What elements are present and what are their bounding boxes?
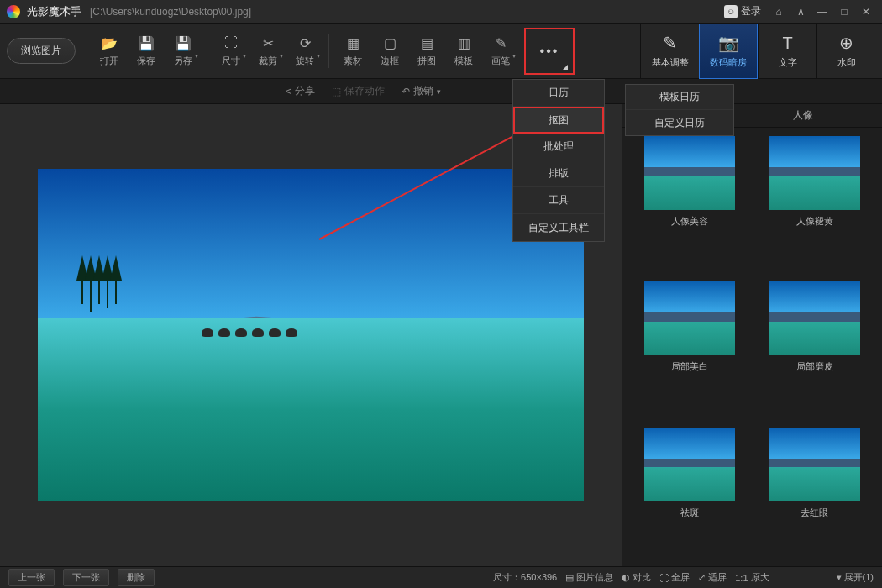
original-icon: 1:1 (735, 573, 748, 583)
text-icon: T (782, 34, 792, 53)
template-button[interactable]: ▥模板 (445, 28, 482, 75)
brush-icon: ✎ (492, 34, 509, 51)
fit-button[interactable]: ⤢适屏 (698, 571, 727, 584)
more-icon: ••• (540, 44, 559, 59)
dropdown-item-batch[interactable]: 批处理 (513, 134, 604, 160)
dropdown-item-cutout[interactable]: 抠图 (513, 107, 604, 134)
thumb-item[interactable]: 祛斑 (638, 428, 743, 558)
frame-icon: ▢ (381, 34, 398, 51)
record-icon: ⬚ (332, 86, 341, 97)
camera-icon: 📷 (718, 33, 739, 53)
browse-button[interactable]: 浏览图片 (7, 38, 76, 64)
dropdown-item-layout[interactable]: 排版 (513, 160, 604, 187)
crop-icon: ✂ (260, 34, 276, 51)
rp-tab-portrait[interactable]: 人像 (723, 104, 882, 127)
modetab-text[interactable]: T文字 (758, 24, 816, 79)
more-tools-dropdown: 日历 抠图 批处理 排版 工具 自定义工具栏 (512, 79, 605, 242)
template-icon: ▥ (455, 34, 472, 51)
maximize-button[interactable]: □ (835, 4, 853, 19)
thumb-item[interactable]: 局部美白 (638, 281, 743, 412)
effect-thumbnails: 人像美容 人像褪黄 局部美白 局部磨皮 祛斑 去红眼 (622, 128, 882, 566)
collage-button[interactable]: ▤拼图 (408, 28, 445, 75)
thumb-item[interactable]: 人像美容 (638, 136, 743, 266)
login-button[interactable]: ☺ 登录 (719, 3, 766, 20)
folder-icon: 📂 (101, 34, 118, 51)
user-icon: ☺ (724, 5, 738, 18)
dropdown-item-customize[interactable]: 自定义工具栏 (513, 214, 604, 241)
submenu-custom-calendar[interactable]: 自定义日历 (626, 110, 733, 135)
bottom-bar: 上一张 下一张 删除 尺寸：650×396 ▤图片信息 ◐对比 ⛶全屏 ⤢适屏 … (0, 566, 882, 588)
content-area: 胶片 人像 人像美容 人像褪黄 局部美白 局部磨皮 祛斑 去红眼 (0, 104, 882, 566)
size-button[interactable]: ⛶尺寸▾ (213, 28, 249, 75)
dropdown-item-tools[interactable]: 工具 (513, 187, 604, 214)
compare-icon: ◐ (622, 572, 630, 583)
canvas-image[interactable] (38, 169, 584, 501)
modetab-watermark[interactable]: ⊕水印 (816, 24, 875, 79)
rotate-button[interactable]: ⟳旋转▾ (286, 28, 323, 75)
delete-button[interactable]: 删除 (118, 569, 155, 586)
save-icon: 💾 (138, 34, 155, 51)
rotate-icon: ⟳ (297, 34, 313, 51)
pin-button[interactable]: ⊼ (791, 4, 810, 19)
minimize-button[interactable]: — (813, 4, 832, 19)
size-label: 尺寸：650×396 (493, 571, 557, 584)
fit-icon: ⤢ (698, 572, 706, 583)
main-toolbar: 浏览图片 📂打开 💾保存 💾另存▾ ⛶尺寸▾ ✂裁剪▾ ⟳旋转▾ ▦素材 ▢边框… (0, 24, 882, 79)
info-icon: ▤ (565, 572, 574, 583)
home-button[interactable]: ⌂ (769, 4, 788, 19)
more-tools-button[interactable]: ••• (524, 28, 575, 75)
fullscreen-icon: ⛶ (659, 573, 669, 583)
fullscreen-button[interactable]: ⛶全屏 (659, 571, 690, 584)
modetab-basic[interactable]: ✎基本调整 (640, 24, 699, 79)
mode-tabs: ✎基本调整 📷数码暗房 T文字 ⊕水印 (640, 24, 875, 79)
original-button[interactable]: 1:1原大 (735, 571, 769, 584)
collage-icon: ▤ (418, 34, 435, 51)
frame-button[interactable]: ▢边框 (371, 28, 408, 75)
app-logo-icon (7, 5, 20, 18)
watermark-icon: ⊕ (839, 33, 853, 53)
material-button[interactable]: ▦素材 (334, 28, 371, 75)
compare-button[interactable]: ◐对比 (622, 571, 651, 584)
login-label: 登录 (741, 4, 761, 18)
app-title: 光影魔术手 (27, 4, 81, 19)
undo-button[interactable]: ↶撤销▾ (402, 84, 441, 98)
material-icon: ▦ (344, 34, 361, 51)
share-icon: < (286, 86, 291, 97)
expand-icon: ▾ (837, 572, 842, 583)
title-bar: 光影魔术手 [C:\Users\kunduogz\Desktop\00.jpg]… (0, 0, 882, 24)
expand-button[interactable]: ▾展开(1) (837, 571, 874, 584)
thumb-item[interactable]: 局部磨皮 (763, 281, 868, 412)
adjust-icon: ✎ (663, 33, 677, 53)
crop-button[interactable]: ✂裁剪▾ (249, 28, 286, 75)
dropdown-corner-icon (563, 65, 568, 70)
sub-toolbar: <分享 ⬚保存动作 ↶撤销▾ (0, 79, 882, 104)
right-panel: 胶片 人像 人像美容 人像褪黄 局部美白 局部磨皮 祛斑 去红眼 (622, 104, 882, 566)
thumb-item[interactable]: 去红眼 (763, 428, 868, 558)
thumb-item[interactable]: 人像褪黄 (763, 136, 868, 266)
file-path: [C:\Users\kunduogz\Desktop\00.jpg] (90, 6, 251, 18)
close-button[interactable]: ✕ (857, 4, 875, 19)
share-button[interactable]: <分享 (286, 84, 315, 98)
brush-button[interactable]: ✎画笔▾ (482, 28, 519, 75)
save-button[interactable]: 💾保存 (128, 28, 165, 75)
saveas-icon: 💾 (175, 34, 192, 51)
info-button[interactable]: ▤图片信息 (565, 571, 613, 584)
open-button[interactable]: 📂打开 (91, 28, 128, 75)
next-button[interactable]: 下一张 (63, 569, 109, 586)
save-action-button[interactable]: ⬚保存动作 (332, 84, 385, 98)
undo-icon: ↶ (402, 86, 410, 97)
calendar-submenu: 模板日历 自定义日历 (625, 84, 734, 136)
dropdown-item-calendar[interactable]: 日历 (513, 80, 604, 107)
prev-button[interactable]: 上一张 (8, 569, 55, 586)
modetab-digital[interactable]: 📷数码暗房 (699, 24, 758, 79)
submenu-template-calendar[interactable]: 模板日历 (626, 85, 733, 110)
saveas-button[interactable]: 💾另存▾ (165, 28, 202, 75)
resize-icon: ⛶ (223, 34, 239, 51)
